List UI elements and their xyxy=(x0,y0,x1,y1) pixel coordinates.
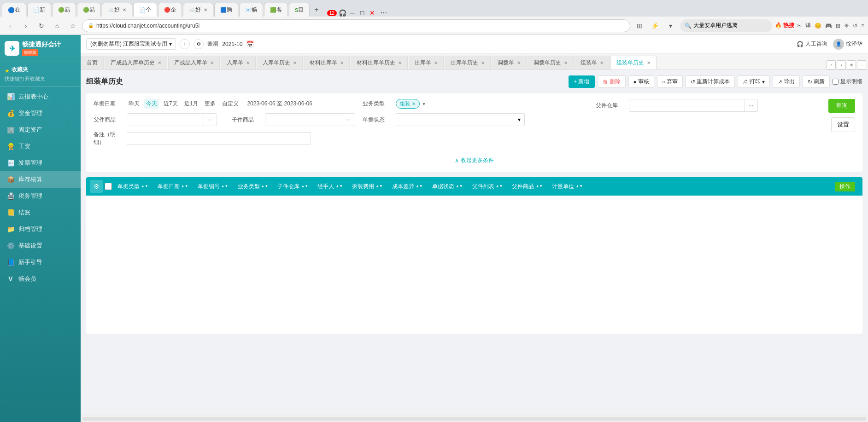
col-header-unit[interactable]: 计量单位 ▲▼ xyxy=(548,183,586,191)
browser-tab-7[interactable]: 🔴 企 xyxy=(158,3,182,17)
sidebar-item-member[interactable]: V 畅会员 xyxy=(0,271,81,287)
sidebar-item-guide[interactable]: 📘 新手引导 xyxy=(0,254,81,271)
col-header-parent-list[interactable]: 父件列表 ▲▼ xyxy=(469,183,507,191)
col-header-date[interactable]: 单据日期 ▲▼ xyxy=(154,183,192,191)
sidebar-item-close[interactable]: 📒 结账 xyxy=(0,204,81,221)
company-selector[interactable]: (勿删勿禁用) 江西服宝测试专用 ▾ xyxy=(86,38,176,50)
undo-icon[interactable]: ↺ xyxy=(853,23,857,29)
tab-close-icon[interactable]: ✕ xyxy=(647,60,651,65)
tab-in-order[interactable]: 入库单 ✕ xyxy=(221,56,256,69)
query-button[interactable]: 查询 xyxy=(828,99,855,113)
print-button[interactable]: 🖨 打印 ▾ xyxy=(738,75,770,88)
browser-tab-9[interactable]: 🟦 腾 xyxy=(214,3,238,17)
sidebar-item-funds[interactable]: 💰 资金管理 xyxy=(0,105,81,121)
tabs-scroll-left[interactable]: ‹ xyxy=(827,60,836,69)
sidebar-item-assets[interactable]: 🏢 固定资产 xyxy=(0,121,81,138)
parent-warehouse-dots-button[interactable]: ··· xyxy=(745,99,757,111)
delete-button[interactable]: 🗑 删除 xyxy=(598,75,626,88)
browser-tab-2[interactable]: 📄 新 xyxy=(27,3,51,17)
refresh-button[interactable]: ↻ 刷新 xyxy=(803,75,830,88)
notes-input[interactable] xyxy=(127,132,311,145)
tab-transfer-history[interactable]: 调拨单历史 ✕ xyxy=(528,56,574,69)
dropdown-button[interactable]: ▾ xyxy=(664,19,677,32)
tabs-close-current[interactable]: ✕ xyxy=(847,60,856,69)
status-dropdown[interactable]: ▾ xyxy=(396,113,525,126)
col-header-cost-diff[interactable]: 成本差异 ▲▼ xyxy=(388,183,427,191)
tab-finished-in[interactable]: 产成品入库单 ✕ xyxy=(168,56,220,69)
tab-close-icon[interactable]: ✕ xyxy=(517,60,521,65)
add-company-button[interactable]: + xyxy=(180,39,190,49)
shortcut-1month[interactable]: 近1月 xyxy=(182,99,200,109)
audit-button[interactable]: ● 审核 xyxy=(628,75,654,88)
tabs-more[interactable]: ⋯ xyxy=(857,60,866,69)
col-header-status[interactable]: 单据状态 ▲▼ xyxy=(428,183,467,191)
parent-goods-input[interactable] xyxy=(127,114,204,126)
refresh-browser-button[interactable]: ↻ xyxy=(35,19,48,32)
tab-close-icon[interactable]: ✕ xyxy=(600,60,604,65)
game-icon[interactable]: 🎮 xyxy=(825,23,832,29)
abandon-button[interactable]: ○ 弃审 xyxy=(657,75,683,88)
horizontal-scrollbar[interactable] xyxy=(81,415,868,422)
sidebar-item-inventory[interactable]: 📦 库存核算 xyxy=(0,171,81,188)
tab-transfer[interactable]: 调拨单 ✕ xyxy=(492,56,527,69)
sidebar-item-settings[interactable]: ⚙️ 基础设置 xyxy=(0,237,81,254)
settings-gear-button[interactable]: ⚙ xyxy=(194,39,204,49)
sidebar-item-invoice[interactable]: 🧾 发票管理 xyxy=(0,155,81,171)
sidebar-item-tax[interactable]: 🖨️ 税务管理 xyxy=(0,188,81,204)
tab-finished-in-history[interactable]: 产成品入库单历史 ✕ xyxy=(105,56,167,69)
browser-tab-11[interactable]: 🟩 各 xyxy=(264,3,288,17)
shortcut-custom[interactable]: 自定义 xyxy=(220,99,240,109)
browser-tab-5[interactable]: ☁️ 好 ✕ xyxy=(102,3,132,17)
sidebar-item-salary[interactable]: 👷 工资 xyxy=(0,138,81,155)
tab-close-icon[interactable]: ✕ xyxy=(434,60,438,65)
new-button[interactable]: + 新增 xyxy=(569,75,594,88)
tab-close-icon[interactable]: ✕ xyxy=(340,60,344,65)
tab-close-icon[interactable]: ✕ xyxy=(564,60,568,65)
tag-remove-icon[interactable]: ✕ xyxy=(412,101,416,106)
shortcut-yesterday[interactable]: 昨天 xyxy=(127,99,141,109)
browser-search-box[interactable]: 🔍 大量安卓用户逃离 xyxy=(680,19,772,32)
new-tab-button[interactable]: + xyxy=(311,3,322,17)
col-header-child-warehouse[interactable]: 子件仓库 ▲▼ xyxy=(274,183,312,191)
shortcut-today[interactable]: 今天 xyxy=(144,99,159,109)
browser-tab-1[interactable]: 🔵 在 xyxy=(2,3,26,17)
tab-menu-icon[interactable]: 🎧 xyxy=(339,9,346,17)
more-icon[interactable]: ≡ xyxy=(861,23,864,29)
tab-close-icon[interactable]: ✕ xyxy=(246,60,250,65)
parent-goods-dots-button[interactable]: ··· xyxy=(204,114,217,126)
home-button[interactable]: ⌂ xyxy=(51,19,64,32)
tab-home[interactable]: 首页 xyxy=(81,56,104,69)
browser-tab-6[interactable]: 📄 个 xyxy=(133,3,157,17)
select-all-checkbox[interactable] xyxy=(105,183,112,190)
tab-material-out[interactable]: 材料出库单 ✕ xyxy=(304,56,350,69)
col-header-disassembly-fee[interactable]: 拆装费用 ▲▼ xyxy=(348,183,387,191)
tab-close-icon[interactable]: ✕ xyxy=(293,60,297,65)
extra-icon[interactable]: ⋯ xyxy=(379,9,389,17)
maximize-icon[interactable]: □ xyxy=(358,9,366,17)
table-settings-button[interactable]: ⚙ xyxy=(90,180,103,193)
tab-close-icon[interactable]: ✕ xyxy=(210,60,214,65)
lightning-button[interactable]: ⚡ xyxy=(649,19,662,32)
col-header-parent-goods[interactable]: 父件商品 ▲▼ xyxy=(508,183,546,191)
grid-icon[interactable]: ⊞ xyxy=(836,23,840,29)
col-header-handler[interactable]: 经手人 ▲▼ xyxy=(314,183,346,191)
collapse-button[interactable]: ∧ 收起更多条件 xyxy=(94,155,855,166)
scissors-icon[interactable]: ✂ xyxy=(797,23,802,29)
sidebar-item-archive[interactable]: 📁 归档管理 xyxy=(0,221,81,237)
tab-close-icon[interactable]: ✕ xyxy=(158,60,161,65)
sidebar-item-reports[interactable]: 📊 云报表中心 xyxy=(0,88,81,105)
set-button[interactable]: 设置 xyxy=(831,117,855,132)
shortcut-7days[interactable]: 近7天 xyxy=(162,99,180,109)
show-details-checkbox[interactable]: 显示明细 xyxy=(833,78,862,86)
close-window-icon[interactable]: ✕ xyxy=(368,9,377,17)
parent-warehouse-input[interactable] xyxy=(629,99,745,111)
col-header-biz-type[interactable]: 业务类型 ▲▼ xyxy=(234,183,272,191)
browser-tab-8[interactable]: ☁️ 好 ✕ xyxy=(183,3,213,17)
tab-in-history[interactable]: 入库单历史 ✕ xyxy=(257,56,303,69)
minimize-icon[interactable]: ─ xyxy=(348,9,357,17)
recalculate-button[interactable]: ↺ 重新计算成本 xyxy=(686,75,735,88)
browser-tab-10[interactable]: 📧 畅 xyxy=(239,3,263,17)
child-goods-dots-button[interactable]: ··· xyxy=(342,114,355,126)
child-goods-input[interactable] xyxy=(265,114,342,126)
tab-out-history[interactable]: 出库单历史 ✕ xyxy=(445,56,491,69)
